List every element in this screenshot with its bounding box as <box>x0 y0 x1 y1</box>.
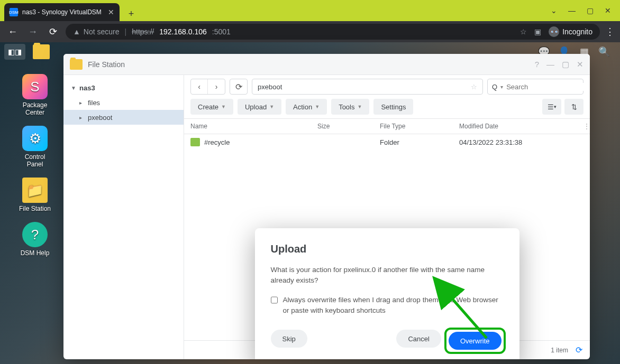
chrome-menu-button[interactable]: ⋮ <box>605 26 615 38</box>
tab-favicon: DSM <box>10 8 18 16</box>
highlight-annotation: Overwrite <box>446 330 504 352</box>
desktop-icon-file-station[interactable]: 📁 File Station <box>16 178 54 212</box>
incognito-label: Incognito <box>562 27 592 36</box>
tab-title: nas3 - Synology VirtualDSM <box>22 8 102 16</box>
chrome-account-icon[interactable]: ⌄ <box>550 7 558 14</box>
taskbar-search-icon[interactable]: 🔍 <box>599 46 609 57</box>
tree-label: nas3 <box>79 84 95 92</box>
col-menu-icon[interactable]: ⋮ <box>577 123 590 130</box>
column-headers: Name Size File Type Modified Date ⋮ <box>184 118 590 134</box>
always-overwrite-checkbox[interactable]: Always overwrite files when I drag and d… <box>271 295 504 316</box>
help-icon[interactable]: ? <box>535 60 539 69</box>
tree-label: pxeboot <box>88 114 112 122</box>
nav-forward-button[interactable]: › <box>208 79 225 94</box>
incognito-indicator[interactable]: 👓 Incognito <box>549 26 592 37</box>
dsm-desktop: ◧◨ 💬 👤 ▦ 🔍 S Package Center ⚙ Control Pa… <box>0 42 620 364</box>
package-center-icon: S <box>22 74 48 99</box>
action-button[interactable]: Action▼ <box>286 99 327 115</box>
desktop-icon-control-panel[interactable]: ⚙ Control Panel <box>16 126 54 168</box>
table-row[interactable]: #recycle Folder 04/13/2022 23:31:38 <box>184 134 590 150</box>
close-icon[interactable]: ✕ <box>577 60 583 69</box>
new-tab-button[interactable]: + <box>124 6 139 21</box>
status-reload-icon[interactable]: ⟳ <box>576 345 582 355</box>
col-modified[interactable]: Modified Date <box>453 123 577 130</box>
dialog-message: What is your action for pxelinux.0 if an… <box>271 265 504 286</box>
overwrite-button[interactable]: Overwrite <box>449 332 502 350</box>
desktop-label: Control Panel <box>16 153 54 168</box>
forward-button[interactable]: → <box>25 24 40 39</box>
dialog-title: Upload <box>271 243 504 255</box>
file-type: Folder <box>373 138 453 146</box>
warning-icon: ▲ <box>73 27 80 36</box>
upload-dialog: Upload What is your action for pxelinux.… <box>255 228 519 359</box>
caret-down-icon: ▼ <box>71 85 76 91</box>
desktop-icons: S Package Center ⚙ Control Panel 📁 File … <box>16 74 54 257</box>
file-rows: #recycle Folder 04/13/2022 23:31:38 Uplo… <box>184 134 590 340</box>
insecure-label: Not secure <box>84 27 120 36</box>
main-panel: ‹ › ⟳ pxeboot ☆ Q▾ Create▼ Upload▼ <box>184 75 590 359</box>
col-size[interactable]: Size <box>311 123 373 130</box>
favorite-star-icon[interactable]: ☆ <box>471 83 477 91</box>
create-button[interactable]: Create▼ <box>190 99 233 115</box>
modal-backdrop: Upload What is your action for pxelinux.… <box>184 191 590 321</box>
search-input[interactable] <box>506 83 590 91</box>
bookmark-star-icon[interactable]: ☆ <box>520 27 527 36</box>
settings-button[interactable]: Settings <box>373 99 413 115</box>
close-window-icon[interactable]: ✕ <box>604 7 612 14</box>
address-bar[interactable]: ▲ Not secure | https://192.168.0.106:500… <box>66 24 600 40</box>
nav-history: ‹ › <box>190 79 225 95</box>
tree-root[interactable]: ▼ nas3 <box>63 80 184 95</box>
browser-tab[interactable]: DSM nas3 - Synology VirtualDSM ✕ <box>4 3 120 21</box>
col-name[interactable]: Name <box>184 123 311 130</box>
file-name: #recycle <box>204 138 230 146</box>
cancel-button[interactable]: Cancel <box>396 330 441 348</box>
taskbar-filestation-icon[interactable] <box>33 44 50 59</box>
url-host: 192.168.0.106 <box>159 27 207 36</box>
nav-back-button[interactable]: ‹ <box>191 79 208 94</box>
folder-tree: ▼ nas3 ▸ files ▸ pxeboot <box>63 75 184 359</box>
maximize-icon[interactable]: ▢ <box>562 60 569 69</box>
app-folder-icon <box>70 59 83 70</box>
folder-icon <box>190 138 200 146</box>
tools-button[interactable]: Tools▼ <box>331 99 369 115</box>
tree-item-pxeboot[interactable]: ▸ pxeboot <box>63 110 184 125</box>
path-box[interactable]: pxeboot ☆ <box>252 79 483 95</box>
security-indicator[interactable]: ▲ Not secure <box>73 27 120 36</box>
upload-button[interactable]: Upload▼ <box>238 99 281 115</box>
search-dropdown-icon[interactable]: ▾ <box>500 84 503 90</box>
checkbox-label: Always overwrite files when I drag and d… <box>283 295 504 316</box>
desktop-label: DSM Help <box>21 249 50 257</box>
panel-icon[interactable]: ▣ <box>534 27 541 36</box>
view-list-button[interactable]: ☰ ▾ <box>542 99 561 115</box>
url-scheme: https:// <box>132 27 154 36</box>
col-type[interactable]: File Type <box>373 123 453 130</box>
desktop-icon-package-center[interactable]: S Package Center <box>16 74 54 116</box>
file-station-window: File Station ? — ▢ ✕ ▼ nas3 ▸ files ▸ <box>63 54 590 359</box>
maximize-window-icon[interactable]: ▢ <box>586 7 594 14</box>
refresh-button[interactable]: ⟳ <box>230 79 248 95</box>
incognito-icon: 👓 <box>549 26 559 37</box>
main-menu-button[interactable]: ◧◨ <box>4 44 25 60</box>
minimize-window-icon[interactable]: — <box>568 7 576 14</box>
window-header[interactable]: File Station ? — ▢ ✕ <box>63 54 590 75</box>
desktop-label: File Station <box>19 205 51 212</box>
checkbox-input[interactable] <box>271 296 278 304</box>
minimize-icon[interactable]: — <box>546 60 554 69</box>
tree-item-files[interactable]: ▸ files <box>63 95 184 110</box>
file-date: 04/13/2022 23:31:38 <box>453 138 577 146</box>
desktop-icon-dsm-help[interactable]: ? DSM Help <box>16 222 54 257</box>
sort-button[interactable]: ⇅ <box>564 99 583 115</box>
control-panel-icon: ⚙ <box>22 126 48 151</box>
reload-button[interactable]: ⟳ <box>45 24 60 39</box>
url-port: :5001 <box>212 27 231 36</box>
dsm-help-icon: ? <box>22 222 48 247</box>
back-button[interactable]: ← <box>5 24 20 39</box>
search-box[interactable]: Q▾ <box>487 79 583 95</box>
search-icon: Q <box>492 83 497 91</box>
path-text: pxeboot <box>258 83 282 91</box>
desktop-label: Package Center <box>16 101 54 116</box>
browser-titlebar: DSM nas3 - Synology VirtualDSM ✕ + ⌄ — ▢… <box>0 0 620 21</box>
skip-button[interactable]: Skip <box>271 330 307 348</box>
tab-close-icon[interactable]: ✕ <box>108 8 114 16</box>
browser-toolbar: ← → ⟳ ▲ Not secure | https://192.168.0.1… <box>0 21 620 42</box>
